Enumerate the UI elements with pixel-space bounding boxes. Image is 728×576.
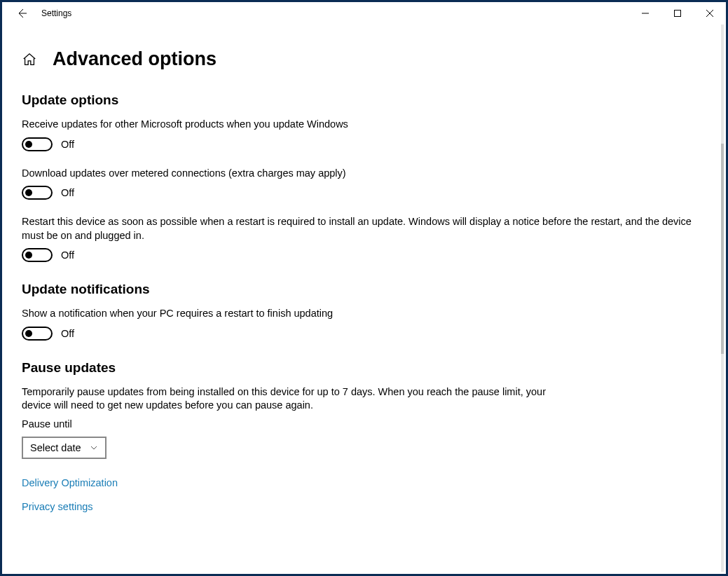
toggle-knob: [25, 189, 32, 196]
setting-desc-restart: Restart this device as soon as possible …: [22, 215, 705, 242]
pause-date-select[interactable]: Select date: [22, 437, 107, 459]
toggle-row-notification: Off: [22, 327, 706, 341]
toggle-knob: [25, 330, 32, 337]
toggle-state-restart: Off: [61, 249, 74, 261]
scrollbar-thumb[interactable]: [721, 144, 724, 354]
maximize-button[interactable]: [661, 2, 694, 25]
setting-desc-notification: Show a notification when your PC require…: [22, 307, 705, 321]
link-privacy-settings[interactable]: Privacy settings: [22, 501, 706, 512]
svg-rect-1: [675, 11, 681, 17]
toggle-row-restart: Off: [22, 248, 706, 262]
minimize-icon: [642, 10, 649, 17]
toggle-state-receive-updates: Off: [61, 139, 74, 150]
close-icon: [706, 10, 713, 17]
link-delivery-optimization[interactable]: Delivery Optimization: [22, 477, 706, 488]
toggle-state-metered: Off: [61, 187, 74, 198]
window-controls: [629, 2, 726, 25]
pause-date-value: Select date: [30, 442, 81, 453]
toggle-state-notification: Off: [61, 328, 74, 339]
toggle-knob: [25, 141, 32, 148]
back-button[interactable]: [6, 2, 37, 25]
arrow-left-icon: [16, 8, 27, 19]
page-header: Advanced options: [22, 48, 706, 70]
pause-until-label: Pause until: [22, 418, 706, 430]
pause-updates-desc: Temporarily pause updates from being ins…: [22, 385, 575, 413]
chevron-down-icon: [90, 444, 98, 452]
maximize-icon: [674, 10, 681, 17]
toggle-notification[interactable]: [22, 327, 53, 341]
toggle-restart[interactable]: [22, 248, 53, 262]
toggle-row-receive-updates: Off: [22, 137, 706, 151]
toggle-knob: [25, 252, 32, 259]
section-title-update-notifications: Update notifications: [22, 282, 706, 297]
section-title-pause-updates: Pause updates: [22, 360, 706, 376]
section-title-update-options: Update options: [22, 92, 706, 108]
titlebar: Settings: [2, 2, 726, 25]
setting-desc-receive-updates: Receive updates for other Microsoft prod…: [22, 118, 705, 132]
scrollbar[interactable]: [721, 25, 724, 572]
page-title: Advanced options: [53, 48, 217, 70]
toggle-receive-updates[interactable]: [22, 137, 53, 151]
close-button[interactable]: [694, 2, 726, 25]
toggle-metered[interactable]: [22, 186, 53, 200]
home-icon[interactable]: [22, 52, 37, 67]
titlebar-left: Settings: [6, 2, 71, 25]
window-title: Settings: [37, 8, 71, 18]
setting-desc-metered: Download updates over metered connection…: [22, 167, 705, 181]
content-area: Advanced options Update options Receive …: [2, 25, 726, 539]
minimize-button[interactable]: [629, 2, 661, 25]
toggle-row-metered: Off: [22, 186, 706, 200]
